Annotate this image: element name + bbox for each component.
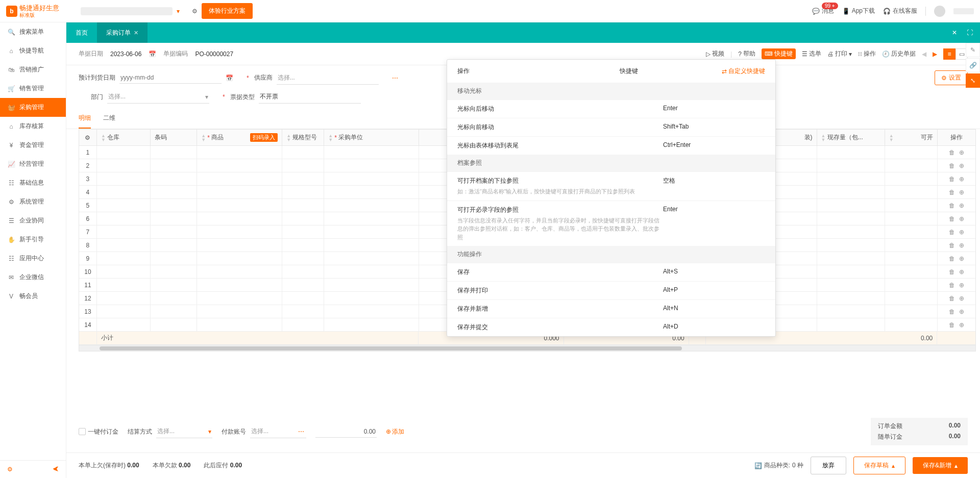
- settle-select[interactable]: 选择...▾: [156, 425, 212, 438]
- close-icon[interactable]: ✕: [134, 30, 138, 36]
- sidebar-item[interactable]: 🧺采购管理: [0, 98, 66, 117]
- delete-icon[interactable]: 🗑: [949, 175, 955, 183]
- sidebar-item[interactable]: ✉企业微信: [0, 268, 66, 287]
- copy-icon[interactable]: ⊕: [959, 162, 964, 169]
- col-purchase-unit[interactable]: ▲▼*采购单位: [324, 130, 419, 145]
- copy-icon[interactable]: ⊕: [959, 321, 964, 329]
- view-list-icon[interactable]: ≡: [943, 48, 955, 60]
- next-icon[interactable]: ▶: [933, 51, 937, 58]
- save-draft-button[interactable]: 保存草稿▴: [853, 457, 905, 474]
- copy-icon[interactable]: ⊕: [959, 149, 964, 156]
- copy-icon[interactable]: ⊕: [959, 189, 964, 196]
- col-stock[interactable]: ▲▼现存量（包...: [817, 130, 885, 145]
- copy-icon[interactable]: ⊕: [959, 215, 964, 222]
- sidebar-item[interactable]: 📈经营管理: [0, 155, 66, 173]
- delete-icon[interactable]: 🗑: [949, 282, 955, 289]
- calendar-icon[interactable]: 📅: [149, 51, 156, 58]
- tab-purchase-order[interactable]: 采购订单✕: [97, 22, 148, 43]
- col-spec[interactable]: ▲▼规格型号: [282, 130, 324, 145]
- copy-icon[interactable]: ⊕: [959, 282, 964, 289]
- fullscreen-icon[interactable]: ⛶: [963, 26, 977, 40]
- delete-icon[interactable]: 🗑: [949, 255, 955, 262]
- horizontal-scrollbar[interactable]: [79, 345, 976, 351]
- col-product[interactable]: ▲▼*商品扫码录入: [197, 130, 282, 145]
- support-button[interactable]: 🎧在线客服: [883, 7, 917, 15]
- col-avail[interactable]: ▲▼可开: [885, 130, 938, 145]
- delete-icon[interactable]: 🗑: [949, 189, 955, 196]
- try-solution-button[interactable]: 体验行业方案: [202, 3, 253, 19]
- sidebar-item[interactable]: ☷应用中心: [0, 249, 66, 268]
- delete-icon[interactable]: 🗑: [949, 308, 955, 315]
- sidebar-item[interactable]: ✋新手引导: [0, 230, 66, 249]
- sidebar-item[interactable]: ⚙系统管理: [0, 192, 66, 211]
- org-selector[interactable]: ▾: [72, 7, 188, 15]
- copy-icon[interactable]: ⊕: [959, 295, 964, 302]
- delete-icon[interactable]: 🗑: [949, 295, 955, 302]
- save-new-button[interactable]: 保存&新增▴: [913, 457, 968, 474]
- app-download-button[interactable]: 📱App下载: [842, 7, 875, 15]
- delete-icon[interactable]: 🗑: [949, 162, 955, 169]
- settings-button[interactable]: ⚙ 设置: [935, 70, 968, 85]
- sidebar-item[interactable]: V畅会员: [0, 287, 66, 306]
- delete-icon[interactable]: 🗑: [949, 242, 955, 249]
- delete-icon[interactable]: 🗑: [949, 149, 955, 156]
- customize-shortcut-link[interactable]: ⇄ 自定义快捷键: [722, 67, 765, 76]
- copy-icon[interactable]: ⊕: [959, 268, 964, 275]
- sidebar-item[interactable]: 🔍搜索菜单: [0, 22, 66, 41]
- subtab-matrix[interactable]: 二维: [103, 109, 115, 129]
- scan-badge[interactable]: 扫码录入: [250, 133, 278, 142]
- copy-icon[interactable]: ⊕: [959, 255, 964, 262]
- add-button[interactable]: ⊕ 添加: [386, 427, 404, 436]
- avatar[interactable]: [934, 6, 945, 17]
- history-link[interactable]: 🕘 历史单据: [882, 49, 916, 58]
- shortcut-badge[interactable]: ⌨ 快捷键: [762, 48, 796, 59]
- pay-all-checkbox[interactable]: 一键付订金: [79, 427, 118, 436]
- video-link[interactable]: ▷ 视频: [706, 49, 724, 58]
- copy-icon[interactable]: ⊕: [959, 202, 964, 209]
- sidebar-item[interactable]: ☰企业协同: [0, 211, 66, 230]
- delete-icon[interactable]: 🗑: [949, 229, 955, 236]
- pick-link[interactable]: ☰ 选单: [802, 49, 821, 58]
- delete-icon[interactable]: 🗑: [949, 268, 955, 275]
- sidebar-item[interactable]: ⌂库存核算: [0, 117, 66, 136]
- col-gear[interactable]: ⚙: [79, 130, 97, 145]
- tab-home[interactable]: 首页: [66, 22, 97, 43]
- supplier-select[interactable]: 选择...: [277, 71, 379, 85]
- print-link[interactable]: 🖨 打印 ▾: [827, 49, 852, 58]
- rail-attach-icon[interactable]: 🔗: [966, 58, 980, 72]
- account-select[interactable]: 选择...⋯: [250, 425, 306, 438]
- sidebar-item[interactable]: ☷基础信息: [0, 173, 66, 192]
- rail-note-icon[interactable]: ✎: [966, 43, 980, 57]
- eta-input[interactable]: [119, 72, 222, 84]
- col-warehouse[interactable]: ▲▼仓库: [97, 130, 151, 145]
- copy-icon[interactable]: ⊕: [959, 308, 964, 315]
- operation-link[interactable]: ⁝⁝ 操作: [858, 49, 876, 58]
- delete-icon[interactable]: 🗑: [949, 321, 955, 329]
- sidebar-item[interactable]: 🛍营销推广: [0, 60, 66, 79]
- more-icon[interactable]: ⋯: [392, 74, 399, 82]
- sidebar-settings-icon[interactable]: ⚙: [7, 466, 13, 473]
- delete-icon[interactable]: 🗑: [949, 202, 955, 209]
- sidebar-item[interactable]: ⌂快捷导航: [0, 41, 66, 60]
- sidebar-item[interactable]: ¥资金管理: [0, 136, 66, 155]
- sidebar-collapse-icon[interactable]: ⮜: [53, 466, 59, 473]
- doc-date-value[interactable]: 2023-06-06: [110, 51, 141, 58]
- gear-icon[interactable]: ⚙: [188, 8, 202, 15]
- dept-select[interactable]: 选择...▾: [107, 90, 209, 104]
- username[interactable]: [953, 8, 974, 14]
- delete-icon[interactable]: 🗑: [949, 215, 955, 222]
- copy-icon[interactable]: ⊕: [959, 242, 964, 249]
- invoice-type-select[interactable]: 不开票: [259, 90, 361, 104]
- copy-icon[interactable]: ⊕: [959, 175, 964, 183]
- subtab-detail[interactable]: 明细: [79, 109, 91, 129]
- col-barcode[interactable]: 条码: [151, 130, 198, 145]
- prev-icon[interactable]: ◀: [922, 51, 926, 58]
- tab-close-all[interactable]: ✕: [947, 26, 962, 40]
- sidebar-item[interactable]: 🛒销售管理: [0, 79, 66, 98]
- pay-amount[interactable]: 0.00: [315, 426, 377, 438]
- discard-button[interactable]: 放弃: [811, 457, 846, 474]
- help-link[interactable]: ? 帮助: [738, 49, 755, 58]
- calendar-icon[interactable]: 📅: [226, 74, 233, 82]
- messages-button[interactable]: 💬消息99 +: [812, 7, 834, 15]
- copy-icon[interactable]: ⊕: [959, 229, 964, 236]
